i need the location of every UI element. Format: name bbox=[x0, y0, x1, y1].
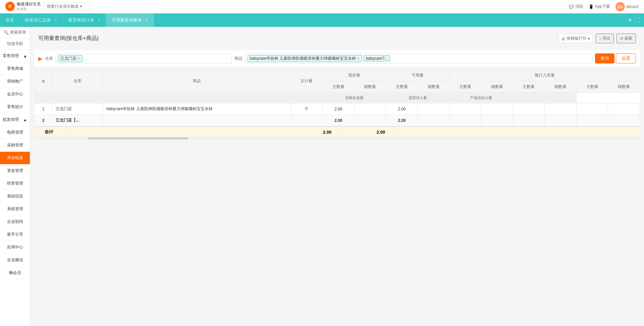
data-table: ⚙ 仓库 商品 主计量 现存量 可用量 预计入库量 主数量 辅数量 主数量 bbox=[34, 69, 640, 126]
tab-home[interactable]: 首页 bbox=[0, 13, 19, 27]
sidebar-item-ecommerce[interactable]: 电商管理 bbox=[0, 126, 30, 139]
row-current-aux bbox=[354, 103, 386, 115]
th-production-main: 主数量 bbox=[576, 81, 608, 93]
th-avail-main: 主数量 bbox=[386, 81, 418, 93]
sidebar-item-retail-stats[interactable]: 零售统计 bbox=[0, 101, 30, 113]
sidebar-search[interactable]: 🔍 搜索菜单 bbox=[0, 27, 30, 38]
row-warehouse: 江北门店 bbox=[52, 103, 103, 115]
sidebar-item-newbie[interactable]: 新手引导 bbox=[0, 228, 30, 241]
tab-label: 要货单统计表 bbox=[68, 17, 94, 23]
sidebar-item-retail-mall[interactable]: 零售商城 bbox=[0, 62, 30, 75]
sidebar-item-wholesale[interactable]: 批发管理 ▲ bbox=[0, 113, 30, 126]
warehouse-filter-more[interactable]: ... bbox=[84, 56, 87, 61]
tab-label: 可用量库存账本 bbox=[111, 17, 142, 23]
tab-shoufacun[interactable]: 收发存汇总表 ✕ bbox=[19, 13, 63, 27]
th-estimated: 预计入库量 bbox=[449, 70, 640, 81]
horizontal-scrollbar[interactable] bbox=[88, 137, 189, 139]
sidebar-item-inventory[interactable]: 库存核算 bbox=[0, 152, 30, 165]
tab-keyongliang[interactable]: 可用量库存账本 ✕ bbox=[106, 13, 154, 27]
page-title: 可用量查询(按仓库+商品) bbox=[38, 35, 99, 42]
page-content: 可用量查询(按仓库+商品) 🖨 按模板打印 ▾ ↑ 导出 ↺ 刷新 bbox=[30, 27, 644, 144]
row-production-main bbox=[576, 103, 608, 115]
sidebar-item-finance[interactable]: 资金管理 bbox=[0, 165, 30, 177]
th-incoming-main: 主数量 bbox=[513, 81, 545, 93]
row-unit-empty bbox=[291, 115, 323, 126]
th-purchase-transit-label: 采购在途量 bbox=[323, 93, 386, 103]
sidebar-item-operations[interactable]: 经营管理 bbox=[0, 177, 30, 190]
row-product: babycare学饮杯 儿童防摔防撞吸管杯重力球吸嘴杯宝宝水杯 bbox=[103, 103, 291, 115]
sidebar-item-marketing[interactable]: 营销推广 bbox=[0, 75, 30, 88]
warehouse-tag-close[interactable]: ✕ bbox=[77, 57, 80, 60]
product-tag1-close[interactable]: ✕ bbox=[357, 57, 360, 60]
user-name: demo2 bbox=[626, 4, 639, 9]
footer-avail-main: 2.00 bbox=[368, 130, 394, 135]
sidebar-item-wechat[interactable]: 企业微信 bbox=[0, 254, 30, 267]
filter-toggle[interactable]: ▶ bbox=[38, 55, 42, 62]
nav-tabs: 首页 收发存汇总表 ✕ 要货单统计表 ✕ 可用量库存账本 ✕ ✕ ⛶ bbox=[0, 13, 644, 27]
th-settings[interactable]: ⚙ bbox=[35, 70, 52, 93]
th-purchase-aux: 辅数量 bbox=[481, 81, 513, 93]
industry-label: 母婴行业演示账套 bbox=[47, 4, 79, 9]
product-label: 商品 bbox=[234, 56, 243, 61]
sidebar-item-retail-mgmt[interactable]: 零售管理 ▲ bbox=[0, 50, 30, 62]
row-incoming-main bbox=[513, 103, 545, 115]
sidebar-item-vip[interactable]: 畅会员 bbox=[0, 267, 30, 279]
refresh-button[interactable]: ↺ 刷新 bbox=[616, 34, 636, 43]
sidebar-item-purchase[interactable]: 采购管理 bbox=[0, 139, 30, 152]
content-area: 可用量查询(按仓库+商品) 🖨 按模板打印 ▾ ↑ 导出 ↺ 刷新 bbox=[30, 27, 644, 326]
industry-selector[interactable]: 母婴行业演示账套 ▾ bbox=[44, 3, 91, 10]
filter-bar: ▶ 仓库 江北门店 ✕ ... 商品 babycare学饮杯 儿童防摔防撞吸管杯… bbox=[34, 50, 640, 67]
tab-close-yaohuo[interactable]: ✕ bbox=[98, 18, 100, 22]
sidebar-item-appstore[interactable]: 应用中心 bbox=[0, 241, 30, 254]
logo-text: 畅捷通好生意 bbox=[17, 2, 41, 6]
logo-sub: 标准版 bbox=[17, 7, 41, 11]
avatar: Ea bbox=[615, 2, 625, 11]
user-area[interactable]: Ea demo2 bbox=[615, 2, 639, 11]
product-filter-area[interactable]: babycare学饮杯 儿童防摔防撞吸管杯重力球吸嘴杯宝宝水杯 ✕ babyca… bbox=[245, 54, 592, 63]
app-download-action[interactable]: 📱 App下载 bbox=[589, 4, 610, 9]
settings-button[interactable]: 设置 bbox=[616, 53, 636, 63]
export-button[interactable]: ↑ 导出 bbox=[596, 34, 614, 43]
chevron-icon: ▲ bbox=[23, 118, 27, 122]
fullscreen-icon[interactable]: ⛶ bbox=[635, 17, 640, 23]
query-button[interactable]: 查询 bbox=[595, 53, 614, 63]
warehouse-filter-area[interactable]: 江北门店 ✕ ... bbox=[56, 54, 232, 63]
th-subgroup-labels bbox=[35, 93, 323, 103]
th-current-main: 主数量 bbox=[323, 81, 355, 93]
product-tag-2: babycare?... bbox=[363, 55, 390, 61]
th-unit: 主计量 bbox=[291, 70, 323, 93]
print-button[interactable]: 🖨 按模板打印 ▾ bbox=[558, 34, 593, 43]
top-bar-right: 💬 消息 📱 App下载 Ea demo2 bbox=[569, 2, 639, 11]
row-warehouse-subtotal: 江北门店【... bbox=[52, 115, 103, 126]
sidebar-item-basic-info[interactable]: 基础信息 bbox=[0, 190, 30, 203]
logo-icon: 好 bbox=[5, 2, 15, 11]
table-footer: 合计 2.00 2.00 bbox=[34, 126, 640, 137]
table-container: ⚙ 仓库 商品 主计量 现存量 可用量 预计入库量 主数量 辅数量 主数量 bbox=[34, 69, 640, 140]
close-window-icon[interactable]: ✕ bbox=[628, 17, 632, 24]
page-header: 可用量查询(按仓库+商品) 🖨 按模板打印 ▾ ↑ 导出 ↺ 刷新 bbox=[34, 31, 640, 46]
sidebar-item-enterprise[interactable]: 企业协同 bbox=[0, 216, 30, 228]
sidebar-quick-nav[interactable]: 快捷导航 bbox=[0, 38, 30, 50]
tab-close-shoufacun[interactable]: ✕ bbox=[54, 18, 57, 22]
row-incoming-aux bbox=[545, 103, 577, 115]
sidebar-item-system[interactable]: 系统管理 bbox=[0, 203, 30, 216]
row-index: 2 bbox=[35, 115, 52, 126]
row-production-aux bbox=[608, 103, 640, 115]
th-production-label: 产成品待入量 bbox=[449, 93, 513, 103]
tab-close-keyongliang[interactable]: ✕ bbox=[145, 18, 148, 22]
row-index: 1 bbox=[35, 103, 52, 115]
th-production-aux: 辅数量 bbox=[608, 81, 640, 93]
row-avail-main: 2.00 bbox=[386, 103, 418, 115]
row-purchase-aux-sub bbox=[481, 115, 513, 126]
tab-yaohuo[interactable]: 要货单统计表 ✕ bbox=[63, 13, 106, 27]
row-incoming-aux-sub bbox=[545, 115, 577, 126]
row-incoming-main-sub bbox=[513, 115, 545, 126]
row-avail-main-sub: 2.00 bbox=[386, 115, 418, 126]
row-purchase-aux bbox=[481, 103, 513, 115]
message-action[interactable]: 💬 消息 bbox=[569, 4, 583, 9]
row-production-main-sub bbox=[576, 115, 608, 126]
sidebar-item-member[interactable]: 会员中心 bbox=[0, 88, 30, 101]
th-current-stock: 现存量 bbox=[323, 70, 386, 81]
nav-tab-end: ✕ ⛶ bbox=[624, 13, 644, 27]
row-avail-aux bbox=[418, 103, 449, 115]
